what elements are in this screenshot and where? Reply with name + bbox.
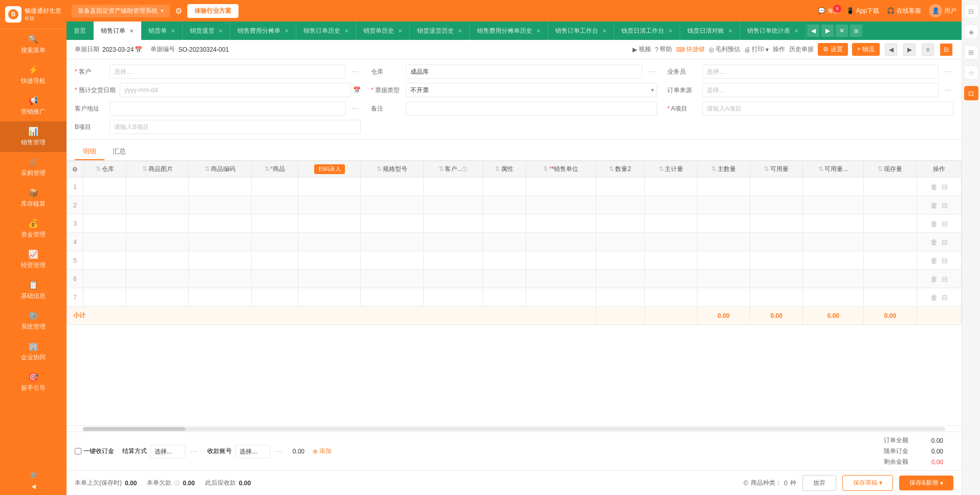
addr-expand-btn[interactable]: ··· (350, 104, 361, 113)
tab-close-sales-return[interactable]: ✕ (171, 28, 175, 34)
invoice-type-select[interactable]: 不开票 增值税普通发票 增值税专用发票 (406, 83, 657, 97)
card-view-btn[interactable]: ⊟ (940, 44, 952, 56)
payment-expand-btn[interactable]: ··· (188, 447, 199, 456)
row-copy-btn[interactable]: ⊟ (941, 182, 949, 192)
tab-close-fee-history[interactable]: ✕ (536, 28, 540, 34)
sidebar-item-operations[interactable]: 📈 经营管理 (0, 244, 67, 275)
help-btn[interactable]: ? 帮助 (655, 45, 672, 54)
sidebar-gear-btn[interactable]: ⚙️ (30, 471, 37, 479)
tab-fee-history[interactable]: 销售费用分摊单历史 ✕ (470, 21, 548, 40)
tab-close-workbench[interactable]: ✕ (602, 28, 606, 34)
sidebar-item-marketing[interactable]: 📢 营销推广 (0, 91, 67, 121)
tab-sales-history[interactable]: 销售订单历史 ✕ (296, 21, 356, 40)
tab-close-all-btn[interactable]: ✕ (836, 25, 848, 37)
customer-input[interactable] (110, 64, 346, 79)
sidebar-item-guide[interactable]: 🎯 新手引导 (0, 367, 67, 398)
settings-orange-btn[interactable]: ⚙ 设置 (818, 43, 847, 56)
row-copy-btn[interactable]: ⊟ (941, 200, 949, 210)
sidebar-item-base[interactable]: 📋 基础信息 (0, 275, 67, 306)
tab-home[interactable]: 首页 (67, 21, 94, 40)
table-tab-summary[interactable]: 汇总 (104, 144, 134, 160)
tab-fee-split[interactable]: 销售费用分摊单 ✕ (230, 21, 296, 40)
add-payment-btn[interactable]: ⊕ 添加 (313, 447, 332, 456)
account-select[interactable]: 选择... (235, 445, 270, 458)
print-dropdown-icon[interactable]: ▾ (766, 46, 769, 53)
warehouse-input[interactable] (406, 64, 642, 79)
row-copy-btn[interactable]: ⊟ (941, 292, 949, 303)
row-copy-btn[interactable]: ⊟ (941, 274, 949, 284)
right-panel-btn-5[interactable]: ⊡ (964, 86, 978, 100)
tab-close-payment-daily[interactable]: ✕ (668, 28, 672, 34)
tab-close-sales-refund[interactable]: ✕ (219, 28, 223, 34)
row-delete-btn[interactable]: 🗑 (929, 219, 939, 229)
tab-sales-refund[interactable]: 销货退货 ✕ (183, 21, 230, 40)
account-expand-btn[interactable]: ··· (273, 447, 284, 456)
operate-btn[interactable]: 操作 (773, 45, 785, 54)
tab-next-btn[interactable]: ▶ (821, 25, 834, 37)
tab-menu-btn[interactable]: ⊞ (850, 25, 862, 37)
tab-return-history[interactable]: 销货单历史 ✕ (356, 21, 410, 40)
row-delete-btn[interactable]: 🗑 (929, 255, 939, 266)
tab-stats[interactable]: 销售订单统计表 ✕ (740, 21, 806, 40)
online-service-btn[interactable]: 🎧 在线客服 (887, 7, 921, 15)
tab-close-sales-history[interactable]: ✕ (344, 28, 349, 34)
tab-close-reconcile[interactable]: ✕ (728, 28, 732, 34)
view-video-btn[interactable]: ▶ 视频 (633, 45, 651, 54)
one-click-checkbox-input[interactable] (75, 448, 81, 455)
right-panel-btn-3[interactable]: ⊞ (964, 45, 978, 59)
staff-expand-btn[interactable]: ··· (943, 67, 953, 76)
sidebar-item-sales[interactable]: 📊 销售管理 (0, 121, 67, 152)
calendar-icon[interactable]: 📅 (135, 46, 142, 53)
right-panel-btn-1[interactable]: ⊟ (964, 4, 978, 18)
order-source-expand-btn[interactable]: ··· (943, 85, 953, 95)
row-delete-btn[interactable]: 🗑 (929, 200, 939, 210)
sidebar-collapse-btn[interactable]: ◀ (31, 483, 36, 490)
row-delete-btn[interactable]: 🗑 (929, 292, 939, 303)
row-delete-btn[interactable]: 🗑 (929, 237, 939, 247)
tab-close-fee-split[interactable]: ✕ (285, 28, 289, 34)
row-delete-btn[interactable]: 🗑 (929, 274, 939, 284)
user-avatar[interactable]: 👤 用户 (929, 4, 956, 17)
horizontal-scrollbar[interactable] (83, 427, 945, 431)
row-delete-btn[interactable]: 🗑 (929, 182, 939, 192)
prev-record-btn[interactable]: ◀ (885, 44, 897, 56)
save-new-button[interactable]: 保存&新增 ▾ (899, 476, 953, 490)
print-btn[interactable]: 🖨 打印 ▾ (744, 45, 769, 54)
tab-close-return-history[interactable]: ✕ (398, 28, 402, 34)
delivery-cal-icon[interactable]: 📅 (353, 87, 361, 94)
b-project-input[interactable] (110, 120, 361, 134)
sidebar-item-enterprise[interactable]: 🏢 企业协同 (0, 336, 67, 367)
tab-close-stats[interactable]: ✕ (794, 28, 798, 34)
delivery-date-input[interactable] (120, 83, 351, 97)
tab-close-refund-history[interactable]: ✕ (458, 28, 462, 34)
payment-method-select[interactable]: 选择... (150, 445, 185, 458)
remark-input[interactable] (406, 101, 657, 116)
row-copy-btn[interactable]: ⊟ (941, 255, 949, 266)
scan-enter-btn[interactable]: 扫码录入 (314, 164, 345, 174)
topbar-gear-icon[interactable]: ⚙ (175, 6, 182, 16)
shortcut-btn[interactable]: ⌨ 快捷键 (676, 45, 705, 54)
industry-solution-button[interactable]: 体验行业方案 (187, 4, 238, 18)
table-tab-detail[interactable]: 明细 (75, 144, 104, 160)
save-dropdown-icon[interactable]: ▾ (940, 480, 943, 487)
tab-payment-reconcile[interactable]: 钱货日清对账 ✕ (680, 21, 740, 40)
tab-sales-return[interactable]: 销货单 ✕ (141, 21, 183, 40)
history-btn[interactable]: 历史单据 (789, 45, 814, 54)
sidebar-item-search[interactable]: 🔍 搜索菜单 (0, 29, 67, 60)
row-copy-btn[interactable]: ⊟ (941, 237, 949, 247)
abandon-button[interactable]: 放弃 (802, 475, 836, 491)
save-draft-button[interactable]: 保存草稿 ▾ (842, 475, 893, 491)
sidebar-item-quicknav[interactable]: ⚡ 快捷导航 (0, 60, 67, 91)
col-scan[interactable]: 扫码录入 (298, 161, 361, 178)
profit-btn[interactable]: ◎ 毛利预估 (709, 45, 740, 54)
row-copy-btn[interactable]: ⊟ (941, 219, 949, 229)
tab-close-sales-order[interactable]: ✕ (129, 28, 134, 34)
sidebar-item-system[interactable]: ⚙️ 系统管理 (0, 306, 67, 336)
a-project-input[interactable] (702, 101, 953, 116)
notification-btn[interactable]: 💬 海量 9 (818, 7, 839, 15)
customer-expand-btn[interactable]: ··· (350, 67, 361, 76)
warehouse-expand-btn[interactable]: ··· (646, 67, 657, 76)
tab-prev-btn[interactable]: ◀ (807, 25, 819, 37)
customer-addr-input[interactable] (110, 101, 346, 116)
staff-input[interactable] (702, 64, 939, 79)
